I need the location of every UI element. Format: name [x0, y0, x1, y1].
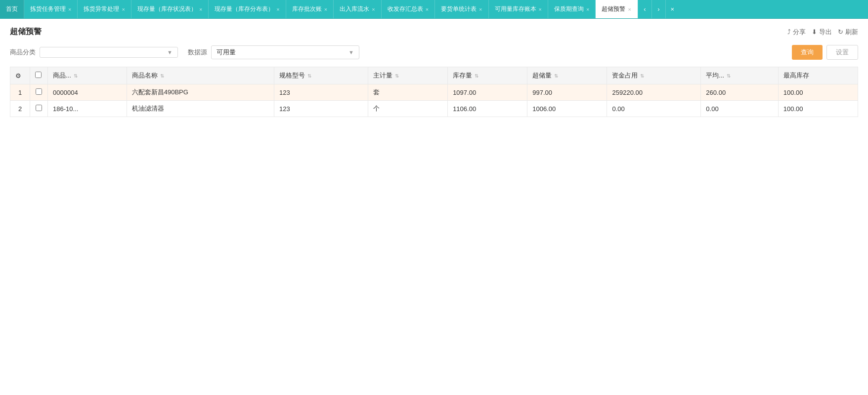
select-all-checkbox[interactable]	[35, 72, 42, 78]
th-avg[interactable]: 平均... ⇅	[701, 67, 778, 84]
source-label: 数据源	[188, 48, 207, 57]
sort-name-icon: ⇅	[160, 73, 164, 79]
sort-unit-icon: ⇅	[395, 73, 399, 79]
row-overstock: 1006.00	[527, 101, 607, 117]
th-gear[interactable]: ⚙	[10, 67, 30, 84]
row-name: 六配套新昌490BPG	[127, 84, 274, 101]
row-checkbox-cell[interactable]	[30, 101, 48, 117]
close-tab-11[interactable]: ×	[628, 6, 631, 12]
query-button[interactable]: 查询	[792, 45, 823, 60]
th-name[interactable]: 商品名称 ⇅	[127, 67, 274, 84]
source-filter: 数据源 可用量 ▼	[188, 45, 359, 59]
source-dropdown-icon: ▼	[348, 49, 354, 55]
close-tab-9[interactable]: ×	[539, 6, 542, 12]
refresh-icon: ↻	[838, 28, 843, 36]
sort-code-icon: ⇅	[74, 73, 78, 79]
nav-tab-10[interactable]: 保质期查询 ×	[548, 0, 596, 18]
filter-bar: 商品分类 ▼ 数据源 可用量 ▼ 查询 设置	[10, 45, 858, 60]
table-row: 2 186-10... 机油滤清器 123 个 1106.00 1006.00 …	[10, 101, 858, 117]
row-avg: 260.00	[701, 84, 778, 101]
close-tab-6[interactable]: ×	[372, 6, 375, 12]
close-tab-7[interactable]: ×	[426, 6, 429, 12]
row-checkbox-cell[interactable]	[30, 84, 48, 101]
th-maxstock[interactable]: 最高库存	[778, 67, 858, 84]
row-code: 0000004	[48, 84, 127, 101]
close-tab-2[interactable]: ×	[122, 6, 125, 12]
export-icon: ⬇	[812, 28, 817, 36]
th-stock[interactable]: 库存量 ⇅	[448, 67, 527, 84]
share-icon: ⤴	[787, 28, 791, 36]
row-name: 机油滤清器	[127, 101, 274, 117]
nav-tab-4[interactable]: 现存量（库存分布表） ×	[209, 0, 286, 18]
page-header: 超储预警 ⤴ 分享 ⬇ 导出 ↻ 刷新	[10, 27, 858, 37]
row-capital: 259220.00	[607, 84, 701, 101]
page-content: 超储预警 ⤴ 分享 ⬇ 导出 ↻ 刷新 商品分类 ▼ 数据源	[0, 19, 868, 395]
refresh-button[interactable]: ↻ 刷新	[838, 28, 858, 37]
row-unit: 个	[368, 101, 447, 117]
category-label: 商品分类	[10, 48, 36, 57]
category-filter: 商品分类 ▼	[10, 47, 178, 58]
source-select-value: 可用量	[217, 48, 236, 57]
th-unit[interactable]: 主计量 ⇅	[368, 67, 447, 84]
category-dropdown-icon: ▼	[167, 49, 173, 55]
table-row: 1 0000004 六配套新昌490BPG 123 套 1097.00 997.…	[10, 84, 858, 101]
category-select[interactable]: ▼	[40, 47, 178, 58]
nav-tab-9[interactable]: 可用量库存账本 ×	[489, 0, 548, 18]
row-num: 2	[10, 101, 30, 117]
source-select[interactable]: 可用量 ▼	[211, 45, 359, 59]
th-capital[interactable]: 资金占用 ⇅	[607, 67, 701, 84]
top-nav: 首页 拣货任务管理 × 拣货异常处理 × 现存量（库存状况表） × 现存量（库存…	[0, 0, 868, 19]
sort-spec-icon: ⇅	[307, 73, 311, 79]
set-button[interactable]: 设置	[826, 45, 858, 60]
data-table: ⚙ 商品... ⇅ 商品名称 ⇅	[10, 67, 858, 117]
row-overstock: 997.00	[527, 84, 607, 101]
nav-tab-5[interactable]: 库存批次账 ×	[286, 0, 334, 18]
row-spec: 123	[274, 101, 368, 117]
row-stock: 1097.00	[448, 84, 527, 101]
row-capital: 0.00	[607, 101, 701, 117]
nav-next-arrow[interactable]: ›	[651, 0, 665, 18]
row-checkbox[interactable]	[36, 88, 42, 95]
th-overstock[interactable]: 超储量 ⇅	[527, 67, 607, 84]
th-checkbox[interactable]	[30, 67, 48, 84]
row-maxstock: 100.00	[778, 101, 858, 117]
nav-tab-6[interactable]: 出入库流水 ×	[334, 0, 381, 18]
sort-avg-icon: ⇅	[727, 73, 731, 79]
nav-prev-arrow[interactable]: ‹	[638, 0, 651, 18]
nav-tab-2[interactable]: 拣货异常处理 ×	[78, 0, 131, 18]
header-actions: ⤴ 分享 ⬇ 导出 ↻ 刷新	[787, 28, 858, 37]
nav-tab-3[interactable]: 现存量（库存状况表） ×	[131, 0, 209, 18]
page-title: 超储预警	[10, 27, 42, 37]
th-spec[interactable]: 规格型号 ⇅	[274, 67, 368, 84]
filter-actions: 查询 设置	[792, 45, 858, 60]
sort-overstock-icon: ⇅	[554, 73, 558, 79]
row-spec: 123	[274, 84, 368, 101]
nav-tab-8[interactable]: 要货单统计表 ×	[435, 0, 488, 18]
nav-tab-home[interactable]: 首页	[0, 0, 24, 18]
close-tab-5[interactable]: ×	[324, 6, 327, 12]
row-num: 1	[10, 84, 30, 101]
close-tab-1[interactable]: ×	[68, 6, 71, 12]
close-tab-10[interactable]: ×	[586, 6, 589, 12]
sort-capital-icon: ⇅	[640, 73, 644, 79]
row-checkbox[interactable]	[36, 105, 42, 111]
row-code: 186-10...	[48, 101, 127, 117]
sort-stock-icon: ⇅	[475, 73, 478, 79]
th-code[interactable]: 商品... ⇅	[48, 67, 127, 84]
nav-tab-7[interactable]: 收发存汇总表 ×	[382, 0, 435, 18]
close-tab-4[interactable]: ×	[276, 6, 279, 12]
export-button[interactable]: ⬇ 导出	[812, 28, 832, 37]
nav-tab-1[interactable]: 拣货任务管理 ×	[24, 0, 78, 18]
row-stock: 1106.00	[448, 101, 527, 117]
row-maxstock: 100.00	[778, 84, 858, 101]
gear-icon: ⚙	[15, 72, 21, 79]
close-tab-3[interactable]: ×	[199, 6, 202, 12]
row-avg: 0.00	[701, 101, 778, 117]
row-unit: 套	[368, 84, 447, 101]
nav-close-arrow[interactable]: ×	[665, 0, 679, 18]
share-button[interactable]: ⤴ 分享	[787, 28, 806, 37]
close-tab-8[interactable]: ×	[479, 6, 482, 12]
nav-tab-11[interactable]: 超储预警 ×	[596, 0, 637, 18]
